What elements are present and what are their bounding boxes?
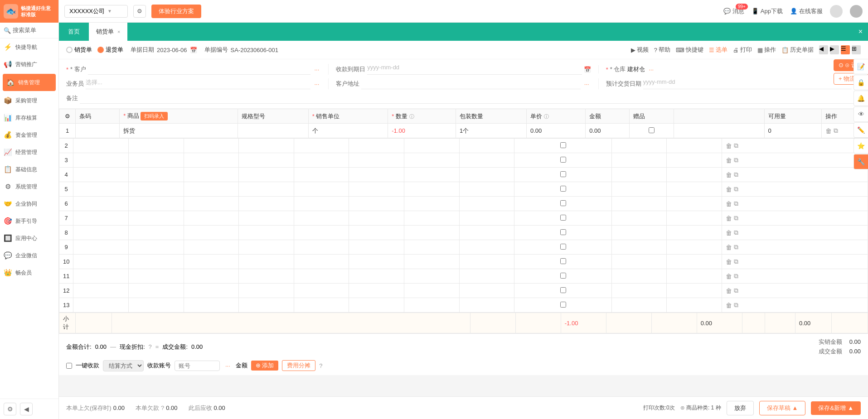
amount-13[interactable] (459, 298, 514, 313)
spec-4[interactable] (184, 168, 239, 182)
tab-close-icon[interactable]: × (117, 29, 120, 34)
barcode-9[interactable] (73, 240, 129, 255)
price-2[interactable] (404, 139, 460, 153)
radio-return[interactable]: 退货单 (97, 46, 123, 54)
amount-4[interactable] (459, 168, 514, 182)
gift-1[interactable] (630, 124, 674, 138)
abandon-btn[interactable]: 放弃 (727, 401, 754, 415)
unit-13[interactable] (239, 298, 294, 313)
expense-btn[interactable]: 费用分摊 (282, 360, 315, 371)
spec-3[interactable] (184, 153, 239, 168)
amount-8[interactable] (459, 226, 514, 240)
spec-9[interactable] (184, 240, 239, 255)
right-panel-eye-btn[interactable]: 👁 (853, 106, 868, 122)
customer-addr-input[interactable] (361, 78, 580, 89)
delete-icon-2[interactable]: 🗑 (726, 142, 732, 149)
product-10[interactable] (129, 255, 184, 269)
unit-3[interactable] (239, 153, 294, 168)
save-new-btn[interactable]: 保存&新增 ▲ (811, 401, 861, 415)
gift-3[interactable] (514, 153, 612, 168)
gift-9[interactable] (514, 240, 612, 255)
pack-qty-3[interactable] (349, 153, 404, 168)
quantity-13[interactable] (294, 298, 349, 313)
pack-qty-11[interactable] (349, 269, 404, 284)
sidebar-item-finance[interactable]: 💰 资金管理 (0, 126, 58, 144)
sidebar-item-quick-nav[interactable]: ⚡ 快捷导航 (0, 39, 58, 56)
spec-12[interactable] (184, 284, 239, 298)
copy-icon-7[interactable]: ⧉ (734, 214, 738, 222)
barcode-2[interactable] (73, 139, 129, 153)
spec-8[interactable] (184, 226, 239, 240)
unit-7[interactable] (239, 211, 294, 226)
barcode-7[interactable] (73, 211, 129, 226)
print-btn[interactable]: 🖨 打印 (733, 46, 752, 54)
pack-qty-12[interactable] (349, 284, 404, 298)
product-3[interactable] (129, 153, 184, 168)
pack-qty-7[interactable] (349, 211, 404, 226)
barcode-4[interactable] (73, 168, 129, 182)
amount-1[interactable]: 0.00 (586, 124, 630, 138)
sidebar-item-enterprise[interactable]: 🤝 企业协同 (0, 195, 58, 212)
shortcut-btn[interactable]: ⌨ 快捷键 (676, 46, 703, 54)
pack-qty-9[interactable] (349, 240, 404, 255)
price-6[interactable] (404, 197, 460, 211)
amount-12[interactable] (459, 284, 514, 298)
amount-5[interactable] (459, 182, 514, 197)
amount-6[interactable] (459, 197, 514, 211)
online-service-btn[interactable]: 👤 在线客服 (790, 7, 823, 15)
spec-13[interactable] (184, 298, 239, 313)
barcode-6[interactable] (73, 197, 129, 211)
search-menu[interactable]: 🔍 搜索菜单 (0, 23, 58, 39)
pack-qty-5[interactable] (349, 182, 404, 197)
spec-7[interactable] (184, 211, 239, 226)
sidebar-item-inventory[interactable]: 📊 库存核算 (0, 109, 58, 126)
spec-6[interactable] (184, 197, 239, 211)
right-panel-star-btn[interactable]: ⭐ (853, 138, 868, 154)
addr-ellipsis[interactable]: ··· (582, 81, 591, 87)
gift-8[interactable] (514, 226, 612, 240)
sidebar-collapse-btn[interactable]: ◀ (20, 403, 33, 415)
delete-icon-13[interactable]: 🗑 (726, 302, 732, 309)
trial-button[interactable]: 体验行业方案 (151, 5, 201, 18)
amount-9[interactable] (459, 240, 514, 255)
quantity-4[interactable] (294, 168, 349, 182)
copy-icon-5[interactable]: ⧉ (734, 185, 738, 193)
spec-5[interactable] (184, 182, 239, 197)
product-11[interactable] (129, 269, 184, 284)
barcode-3[interactable] (73, 153, 129, 168)
quantity-10[interactable] (294, 255, 349, 269)
quantity-7[interactable] (294, 211, 349, 226)
select-btn[interactable]: ☰ 选单 (709, 46, 727, 54)
pack-qty-1[interactable]: 1个 (456, 124, 527, 138)
delete-icon-5[interactable]: 🗑 (726, 186, 732, 193)
unit-6[interactable] (239, 197, 294, 211)
unit-8[interactable] (239, 226, 294, 240)
product-6[interactable] (129, 197, 184, 211)
account-input[interactable] (175, 361, 220, 371)
product-1[interactable]: 拆货 (120, 124, 238, 138)
amount-10[interactable] (459, 255, 514, 269)
company-selector[interactable]: XXXXXX公司 ▼ (64, 5, 128, 18)
sidebar-item-purchase[interactable]: 📦 采购管理 (0, 92, 58, 109)
barcode-1[interactable] (76, 124, 120, 138)
payment-date-input[interactable]: yyyy-mm-dd (367, 64, 582, 75)
copy-icon-12[interactable]: ⧉ (734, 287, 738, 294)
quantity-8[interactable] (294, 226, 349, 240)
quantity-2[interactable] (294, 139, 349, 153)
video-btn[interactable]: ▶ 视频 (631, 46, 649, 54)
barcode-5[interactable] (73, 182, 129, 197)
gift-12[interactable] (514, 284, 612, 298)
user-avatar[interactable] (830, 5, 843, 18)
barcode-12[interactable] (73, 284, 129, 298)
sidebar-item-appstore[interactable]: 🔲 应用中心 (0, 230, 58, 247)
delivery-date-input[interactable]: yyyy-mm-dd (643, 78, 852, 89)
message-btn[interactable]: 💬 消息 99+ (723, 7, 744, 15)
copy-icon-4[interactable]: ⧉ (734, 171, 738, 178)
sidebar-item-system[interactable]: ⚙ 系统管理 (0, 178, 58, 195)
add-payment-btn[interactable]: ⊕ 添加 (251, 361, 278, 371)
product-13[interactable] (129, 298, 184, 313)
barcode-11[interactable] (73, 269, 129, 284)
barcode-8[interactable] (73, 226, 129, 240)
copy-icon-13[interactable]: ⧉ (734, 301, 738, 309)
copy-icon-9[interactable]: ⧉ (734, 243, 738, 251)
